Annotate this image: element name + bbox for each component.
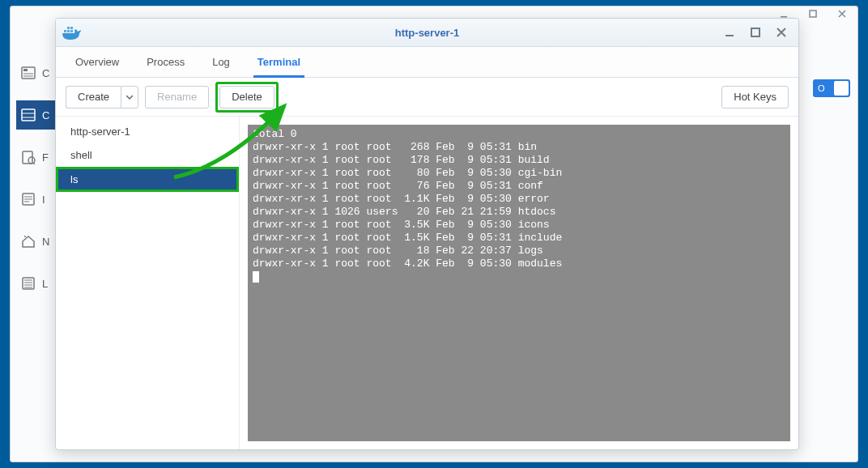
hotkeys-button[interactable]: Hot Keys bbox=[721, 86, 789, 108]
bg-sidebar-network[interactable]: N bbox=[16, 227, 58, 256]
terminal-area: total 0 drwxr-xr-x 1 root root 268 Feb 9… bbox=[240, 117, 798, 449]
svg-rect-6 bbox=[22, 109, 35, 121]
session-item-shell[interactable]: shell bbox=[56, 143, 239, 167]
toggle-on-label: O bbox=[818, 83, 825, 93]
svg-rect-1 bbox=[810, 11, 816, 17]
svg-rect-28 bbox=[751, 28, 760, 36]
bg-sidebar-log[interactable]: L bbox=[16, 269, 58, 298]
bg-sidebar-label: F bbox=[42, 151, 49, 164]
minimize-icon[interactable] bbox=[717, 23, 742, 42]
bg-sidebar-label: N bbox=[42, 236, 49, 248]
dialog-titlebar[interactable]: http-server-1 bbox=[56, 19, 798, 47]
toolbar: Create Rename Delete Hot Keys bbox=[56, 78, 798, 117]
create-button[interactable]: Create bbox=[66, 86, 121, 108]
toggle-knob bbox=[834, 81, 849, 96]
close-icon[interactable] bbox=[769, 23, 794, 42]
svg-rect-24 bbox=[70, 30, 73, 32]
tab-bar: Overview Process Log Terminal bbox=[56, 47, 798, 78]
terminal-output[interactable]: total 0 drwxr-xr-x 1 root root 268 Feb 9… bbox=[248, 125, 790, 441]
bg-close-icon[interactable] bbox=[831, 6, 853, 21]
docker-whale-icon bbox=[61, 21, 83, 44]
tab-process[interactable]: Process bbox=[147, 47, 185, 77]
dialog-title: http-server-1 bbox=[395, 27, 459, 39]
bg-sidebar-label: C bbox=[42, 109, 49, 121]
bg-sidebar-label: L bbox=[42, 278, 48, 290]
svg-rect-25 bbox=[67, 27, 70, 29]
terminal-cursor bbox=[253, 271, 259, 283]
delete-highlight: Delete bbox=[215, 82, 279, 113]
container-dialog: http-server-1 Overview Process Log Termi… bbox=[55, 18, 799, 450]
maximize-icon[interactable] bbox=[743, 23, 768, 42]
svg-line-11 bbox=[33, 163, 35, 164]
bg-sidebar-label: C bbox=[42, 67, 49, 79]
bg-sidebar-container[interactable]: C bbox=[16, 100, 58, 130]
window-controls bbox=[717, 23, 794, 42]
session-item-http[interactable]: http-server-1 bbox=[56, 120, 239, 143]
bg-sidebar-overview[interactable]: C bbox=[16, 58, 58, 87]
bg-sidebar-label: I bbox=[42, 194, 45, 206]
svg-rect-3 bbox=[23, 69, 28, 71]
svg-rect-27 bbox=[725, 35, 734, 36]
session-list: http-server-1 shell ls bbox=[56, 117, 240, 449]
create-dropdown-button[interactable] bbox=[121, 86, 138, 108]
tab-overview[interactable]: Overview bbox=[75, 47, 119, 77]
bg-sidebar-image[interactable]: I bbox=[16, 185, 58, 214]
delete-button[interactable]: Delete bbox=[219, 86, 274, 108]
tab-log[interactable]: Log bbox=[212, 47, 230, 77]
tab-terminal[interactable]: Terminal bbox=[257, 47, 300, 77]
session-item-ls[interactable]: ls bbox=[56, 167, 239, 192]
svg-rect-23 bbox=[67, 30, 70, 32]
svg-rect-22 bbox=[64, 30, 66, 32]
create-button-group: Create bbox=[66, 86, 138, 108]
bg-sidebar: C C F I N L bbox=[16, 58, 58, 298]
rename-button[interactable]: Rename bbox=[145, 86, 209, 108]
chevron-down-icon bbox=[126, 94, 133, 100]
body-area: http-server-1 shell ls total 0 drwxr-xr-… bbox=[56, 117, 798, 449]
bg-toggle-switch[interactable]: O bbox=[813, 79, 850, 97]
svg-rect-26 bbox=[70, 27, 73, 29]
svg-point-16 bbox=[24, 236, 26, 237]
bg-maximize-icon[interactable] bbox=[802, 6, 824, 21]
bg-sidebar-registry[interactable]: F bbox=[16, 143, 58, 172]
